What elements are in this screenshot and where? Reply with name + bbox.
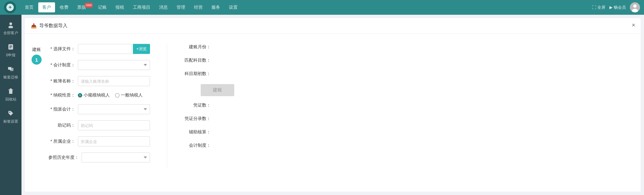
ledger-name-label: * 账簿名称： bbox=[48, 78, 75, 84]
file-label: * 选择文件： bbox=[48, 46, 75, 52]
form-section: * 选择文件： +浏览 * 会计制度： bbox=[48, 44, 150, 169]
tax-type-label: * 纳税性质： bbox=[48, 92, 75, 98]
nav-item-business[interactable]: 工商项目 bbox=[129, 2, 154, 12]
main-layout: 全部客户 0申报 账套迁移 bbox=[0, 15, 644, 195]
build-month-label: 建账月份： bbox=[184, 44, 211, 50]
sidebar-item-tags[interactable]: 标签设置 bbox=[0, 107, 21, 127]
sidebar-label-zero-declare: 0申报 bbox=[6, 53, 15, 58]
match-subjects-label: 匹配科目数： bbox=[184, 57, 211, 63]
small-taxpayer-option[interactable]: 小规模纳税人 bbox=[78, 92, 110, 98]
small-taxpayer-radio[interactable] bbox=[78, 93, 82, 97]
fullscreen-button[interactable]: ⛶ 全屏 bbox=[592, 5, 605, 10]
vip-button[interactable]: ▶ 畅会员 bbox=[609, 5, 626, 10]
step-label: 建账 bbox=[32, 47, 41, 53]
all-customers-icon bbox=[7, 21, 14, 29]
sidebar-label-recycle: 回收站 bbox=[5, 97, 16, 102]
sidebar-item-zero-declare[interactable]: 0申报 bbox=[0, 40, 21, 61]
zero-declare-icon bbox=[7, 44, 14, 51]
info-accounting-system-row: 会计制度： bbox=[184, 142, 251, 148]
build-btn-container: 建账 bbox=[184, 84, 251, 96]
logo-icon: ✦ bbox=[8, 5, 12, 10]
sidebar-label-all-customers: 全部客户 bbox=[3, 30, 18, 36]
memo-input[interactable] bbox=[78, 120, 150, 130]
nav-item-settings[interactable]: 设置 bbox=[225, 2, 242, 12]
build-account-button[interactable]: 建账 bbox=[201, 84, 234, 96]
file-input-group: +浏览 bbox=[78, 44, 150, 54]
app-logo[interactable]: ✦ bbox=[4, 1, 16, 13]
tags-icon bbox=[7, 110, 14, 118]
nav-item-services[interactable]: 服务 bbox=[207, 2, 224, 12]
nav-item-customers[interactable]: 客户 bbox=[38, 2, 55, 12]
step-circle: 1 bbox=[32, 55, 42, 65]
info-accounting-system-label: 会计制度： bbox=[184, 142, 211, 148]
svg-rect-12 bbox=[9, 90, 12, 94]
nav-item-operations[interactable]: 经营 bbox=[190, 2, 207, 12]
sidebar: 全部客户 0申报 账套迁移 bbox=[0, 15, 21, 195]
main-content: 📥 导爷数据导入 × 建账 1 * 选择文件： bbox=[21, 15, 644, 195]
nav-item-tax[interactable]: 报税 bbox=[111, 2, 128, 12]
general-taxpayer-option[interactable]: 一般纳税人 bbox=[115, 92, 143, 98]
memo-row: 助记码： bbox=[48, 120, 150, 130]
voucher-entries-label: 凭证分录数： bbox=[184, 116, 211, 122]
file-input[interactable] bbox=[78, 44, 132, 54]
close-button[interactable]: × bbox=[632, 22, 635, 28]
panel-title-icon: 📥 bbox=[31, 23, 37, 28]
panel-header: 📥 导爷数据导入 bbox=[25, 18, 641, 34]
tax-type-radio-group: 小规模纳税人 一般纳税人 bbox=[78, 92, 143, 98]
svg-point-15 bbox=[9, 112, 10, 113]
history-year-select[interactable] bbox=[82, 152, 150, 162]
recycle-icon bbox=[7, 88, 14, 95]
memo-label: 助记码： bbox=[48, 122, 75, 128]
sidebar-item-all-customers[interactable]: 全部客户 bbox=[0, 18, 21, 39]
avatar-icon bbox=[630, 2, 640, 12]
vip-icon: ▶ bbox=[609, 5, 612, 10]
company-row: * 所属企业： bbox=[48, 136, 150, 146]
file-row: * 选择文件： +浏览 bbox=[48, 44, 150, 54]
nav-menu: 首页 客户 收费 票据 new 记账 报税 工商项目 消息 管理 经营 服务 设… bbox=[21, 2, 592, 12]
avatar[interactable] bbox=[630, 2, 640, 12]
svg-rect-13 bbox=[8, 89, 13, 90]
svg-point-3 bbox=[9, 22, 12, 25]
match-subjects-row: 匹配科目数： bbox=[184, 57, 251, 63]
new-badge: new bbox=[85, 3, 93, 7]
ledger-name-row: * 账簿名称： bbox=[48, 76, 150, 86]
accounting-system-select[interactable] bbox=[78, 60, 150, 70]
nav-item-messages[interactable]: 消息 bbox=[155, 2, 172, 12]
accountant-label: * 指派会计： bbox=[48, 106, 75, 112]
svg-rect-7 bbox=[9, 47, 12, 47]
nav-item-bookkeeping[interactable]: 记账 bbox=[94, 2, 111, 12]
accounting-system-row: * 会计制度： bbox=[48, 60, 150, 70]
svg-point-4 bbox=[8, 26, 13, 28]
info-section: 建账月份： 匹配科目数： 科目期初数： 建账 bbox=[184, 44, 251, 169]
browse-button[interactable]: +浏览 bbox=[133, 44, 150, 54]
top-navigation: ✦ 首页 客户 收费 票据 new 记账 报税 工商项目 消息 管理 经营 服务… bbox=[0, 0, 644, 15]
ledger-name-input[interactable] bbox=[78, 76, 150, 86]
nav-item-home[interactable]: 首页 bbox=[21, 2, 38, 12]
tax-type-row: * 纳税性质： 小规模纳税人 一般纳税人 bbox=[48, 92, 150, 98]
initial-count-row: 科目期初数： bbox=[184, 71, 251, 77]
aux-row: 辅助核算： bbox=[184, 129, 251, 135]
voucher-count-row: 凭证数： bbox=[184, 102, 251, 108]
company-input[interactable] bbox=[78, 136, 150, 146]
panel-body: 建账 1 * 选择文件： +浏览 bbox=[25, 34, 641, 179]
voucher-count-label: 凭证数： bbox=[184, 102, 211, 108]
initial-count-label: 科目期初数： bbox=[184, 71, 211, 77]
nav-item-fees[interactable]: 收费 bbox=[56, 2, 72, 12]
history-year-label: 参照历史年度： bbox=[48, 154, 79, 160]
history-year-row: 参照历史年度： bbox=[48, 152, 150, 162]
svg-rect-8 bbox=[9, 48, 11, 48]
accountant-select[interactable] bbox=[78, 104, 150, 114]
step-section: 建账 1 * 选择文件： +浏览 bbox=[32, 44, 150, 169]
nav-item-manage[interactable]: 管理 bbox=[172, 2, 189, 12]
general-taxpayer-radio[interactable] bbox=[115, 93, 119, 97]
voucher-entries-row: 凭证分录数： bbox=[184, 116, 251, 122]
nav-right-actions: ⛶ 全屏 ▶ 畅会员 bbox=[592, 2, 640, 12]
accounting-system-label: * 会计制度： bbox=[48, 62, 75, 68]
nav-item-tickets[interactable]: 票据 new bbox=[73, 2, 93, 12]
aux-label: 辅助核算： bbox=[184, 129, 211, 135]
sidebar-item-recycle[interactable]: 回收站 bbox=[0, 84, 21, 105]
sidebar-label-migrate: 账套迁移 bbox=[3, 75, 18, 80]
panel-title: 导爷数据导入 bbox=[39, 23, 67, 29]
sidebar-item-migrate[interactable]: 账套迁移 bbox=[0, 62, 21, 83]
svg-point-1 bbox=[633, 4, 637, 8]
